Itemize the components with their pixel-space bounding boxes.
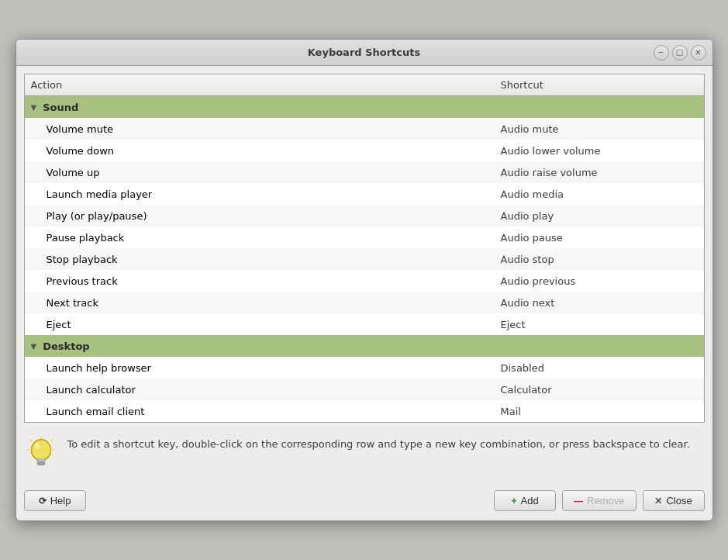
svg-rect-3 [37,462,45,465]
group-desktop-label: ▼ Desktop [25,339,495,354]
shortcut-cell: Disabled [495,361,704,375]
shortcut-cell: Audio stop [495,252,704,267]
shortcut-cell: Audio lower volume [495,143,704,158]
table-row[interactable]: Launch help browser Disabled [25,357,704,379]
close-icon: ✕ [654,496,662,506]
table-row[interactable]: Eject Eject [25,313,704,335]
action-cell: Launch media player [25,187,495,202]
shortcut-cell: Audio pause [495,230,704,245]
action-cell: Previous track [25,274,495,289]
lightbulb-icon [27,437,55,474]
table-header: Action Shortcut [25,74,704,96]
hint-section: To edit a shortcut key, double-click on … [24,430,705,479]
table-row[interactable]: Next track Audio next [25,292,704,313]
table-body[interactable]: ▼ Sound Volume mute Audio mute Volume do… [25,96,704,422]
svg-point-0 [31,439,50,460]
action-cell: Eject [25,317,495,332]
action-cell: Launch email client [25,404,495,419]
action-cell: Volume up [25,165,495,180]
svg-line-5 [29,439,31,441]
shortcut-cell: Mail [495,404,704,419]
table-row[interactable]: Stop playback Audio stop [25,248,704,270]
hint-text: To edit a shortcut key, double-click on … [67,434,690,452]
close-button[interactable]: ✕ [691,45,706,60]
action-cell: Pause playback [25,230,495,245]
help-icon: ⟳ [39,496,47,506]
close-dialog-button[interactable]: ✕ Close [643,490,705,511]
shortcut-cell: Eject [495,317,704,332]
maximize-button[interactable]: □ [672,45,688,60]
shortcuts-table: Action Shortcut ▼ Sound Volume mute Audi… [24,74,705,423]
expand-arrow-sound: ▼ [31,103,37,112]
group-sound[interactable]: ▼ Sound [25,96,704,118]
action-cell: Volume mute [25,122,495,137]
action-cell: Launch help browser [25,361,495,375]
group-desktop[interactable]: ▼ Desktop [25,335,704,357]
help-button[interactable]: ⟳ Help [24,490,86,511]
table-row[interactable]: Launch media player Audio media [25,183,704,205]
shortcut-cell: Audio previous [495,274,704,289]
button-row: ⟳ Help + Add — Remove ✕ Close [24,487,705,513]
main-content: Action Shortcut ▼ Sound Volume mute Audi… [16,66,712,520]
shortcut-cell: Audio next [495,296,704,310]
group-sound-label: ▼ Sound [25,100,495,115]
window-controls: − □ ✕ [654,45,706,60]
table-row[interactable]: Launch calculator Calculator [25,379,704,400]
titlebar: Keyboard Shortcuts − □ ✕ [16,40,712,66]
action-column-header: Action [25,78,495,92]
table-row[interactable]: Launch email client Mail [25,400,704,422]
action-cell: Launch calculator [25,382,495,397]
action-cell: Play (or play/pause) [25,209,495,223]
table-row[interactable]: Volume down Audio lower volume [25,140,704,161]
minimize-button[interactable]: − [654,45,669,60]
shortcut-cell: Audio play [495,209,704,223]
table-row[interactable]: Previous track Audio previous [25,270,704,292]
remove-button[interactable]: — Remove [562,490,636,511]
shortcut-column-header: Shortcut [495,78,704,92]
shortcut-cell: Audio mute [495,122,704,137]
remove-icon: — [574,496,583,506]
table-row[interactable]: Volume mute Audio mute [25,118,704,140]
expand-arrow-desktop: ▼ [31,342,37,351]
add-button[interactable]: + Add [494,490,556,511]
table-row[interactable]: Volume up Audio raise volume [25,161,704,183]
shortcut-cell: Audio raise volume [495,165,704,180]
action-cell: Volume down [25,143,495,158]
table-row[interactable]: Pause playback Audio pause [25,226,704,248]
svg-line-6 [50,439,52,441]
action-cell: Next track [25,296,495,310]
action-cell: Stop playback [25,252,495,267]
shortcut-cell: Calculator [495,382,704,397]
hint-icon [24,434,58,476]
table-row[interactable]: Play (or play/pause) Audio play [25,205,704,226]
add-icon: + [512,496,517,506]
main-window: Keyboard Shortcuts − □ ✕ Action Shortcut [16,39,713,521]
window-title: Keyboard Shortcuts [308,47,420,58]
shortcut-cell: Audio media [495,187,704,202]
